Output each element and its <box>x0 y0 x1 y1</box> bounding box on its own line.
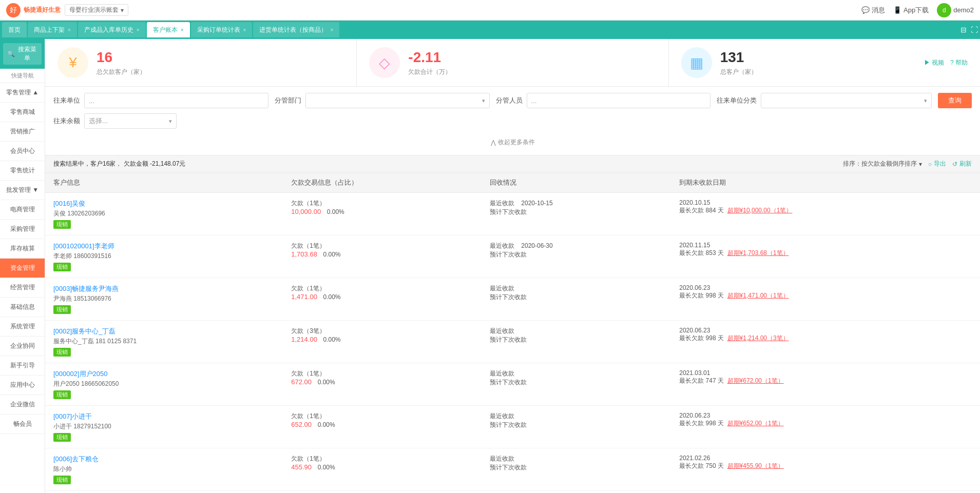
cell-debt-6: 欠款（1笔） 455.90 0.00% <box>283 448 482 491</box>
search-menu-button[interactable]: 🔍 搜索菜单 <box>3 43 42 65</box>
search-button[interactable]: 查询 <box>938 93 972 108</box>
user-menu[interactable]: d demo2 <box>937 3 974 17</box>
balance-select[interactable]: 选择... ▾ <box>84 113 177 129</box>
tab-home[interactable]: 首页 <box>2 22 27 37</box>
tab-product-shelf[interactable]: 商品上下架 × <box>28 22 77 37</box>
tab-incoming-stats-close[interactable]: × <box>330 27 333 33</box>
stat-value-total: 131 <box>720 49 916 66</box>
tab-purchase-order[interactable]: 采购订单统计表 × <box>191 22 253 37</box>
overdue-link-5[interactable]: 超期¥652.00（1笔） <box>727 420 784 427</box>
app-download-button[interactable]: 📱 App下载 <box>893 6 929 15</box>
person-placeholder: ... <box>531 97 537 105</box>
customer-id-0[interactable]: [0016]吴俊 <box>53 199 275 208</box>
tab-production-history-close[interactable]: × <box>137 27 140 33</box>
sidebar-item-retail-mgmt[interactable]: 零售管理 ▲ <box>0 83 45 103</box>
help-button[interactable]: ? 帮助 <box>950 58 968 67</box>
sidebar-quick-nav[interactable]: 快捷导航 <box>0 69 45 83</box>
cell-customer-6: [0006]去下粮仓 陈小帅 现销 <box>45 448 283 491</box>
customer-contact-3: 服务中心_丁磊 181 0125 8371 <box>53 337 275 346</box>
sidebar-item-app-center[interactable]: 应用中心 <box>0 376 45 395</box>
overdue-link-3[interactable]: 超期¥1,214.00（3笔） <box>727 334 789 342</box>
top-bar: 好 畅捷通好生意 母婴行业演示账套 ▾ 💬 消息 📱 App下载 d demo2 <box>0 0 980 21</box>
filter-balance: 往来余额 选择... ▾ <box>53 113 972 129</box>
export-icon: ○ <box>928 161 932 168</box>
overdue-link-2[interactable]: 超期¥1,471.00（1笔） <box>727 292 789 299</box>
supplier-input[interactable]: ... <box>84 93 268 108</box>
tab-fullscreen-icon[interactable]: ⛶ <box>971 26 978 34</box>
app-center-label: 应用中心 <box>2 381 43 389</box>
overdue-days-4: 最长欠款 747 天 超期¥672.00（1笔） <box>679 377 972 385</box>
tab-customer-account-close[interactable]: × <box>181 27 184 33</box>
username: demo2 <box>953 6 974 14</box>
debt-label-0: 欠款（1笔） <box>291 199 473 208</box>
industry-selector[interactable]: 母婴行业演示账套 ▾ <box>65 4 128 16</box>
tab-minimize-icon[interactable]: ⊟ <box>960 26 967 34</box>
category-select[interactable]: ▾ <box>761 93 932 108</box>
message-button[interactable]: 💬 消息 <box>861 6 885 15</box>
sort-button[interactable]: 排序：按欠款金额倒序排序 ▾ <box>843 160 922 168</box>
sidebar-item-operations-mgmt[interactable]: 经营管理 <box>0 278 45 298</box>
retail-stats-label: 零售统计 <box>2 166 43 175</box>
tab-product-shelf-close[interactable]: × <box>68 27 71 33</box>
tab-incoming-stats[interactable]: 进货单统计表（按商品） × <box>253 22 339 37</box>
cell-customer-4: [000002]用户2050 用户2050 18665062050 现销 <box>45 363 283 406</box>
sidebar-item-purchase-mgmt[interactable]: 采购管理 <box>0 220 45 239</box>
overdue-link-6[interactable]: 超期¥455.90（1笔） <box>727 462 784 469</box>
recent-payment-6: 最近收款 <box>490 455 663 463</box>
debt-percent-4: 0.00% <box>318 379 335 386</box>
customer-contact-0: 吴俊 13026203696 <box>53 209 275 218</box>
sidebar-item-batch-mgmt[interactable]: 批发管理 ▼ <box>0 181 45 200</box>
export-button[interactable]: ○ 导出 <box>928 160 946 168</box>
dept-select[interactable]: ▾ <box>305 93 490 108</box>
cell-customer-0: [0016]吴俊 吴俊 13026203696 现销 <box>45 193 283 235</box>
sidebar-item-membership[interactable]: 会员中心 <box>0 142 45 161</box>
sidebar-item-vip-member[interactable]: 畅会员 <box>0 415 45 434</box>
refresh-button[interactable]: ↺ 刷新 <box>952 160 972 168</box>
collapse-button[interactable]: ⋀ 收起更多条件 <box>53 136 972 149</box>
search-icon: 🔍 <box>7 50 15 57</box>
sidebar-item-enterprise-collab[interactable]: 企业协同 <box>0 337 45 356</box>
customer-id-6[interactable]: [0006]去下粮仓 <box>53 455 275 464</box>
brand-name: 畅捷通好生意 <box>24 6 61 14</box>
main-layout: 🔍 搜索菜单 快捷导航 零售管理 ▲ 零售商城 营销推广 会员中心 零售统计 <box>0 39 980 493</box>
content-area: ¥ 16 总欠款客户（家） ◇ -2.11 欠款合计（万） ▦ 131 总客户（… <box>45 39 980 493</box>
video-button[interactable]: ▶ 视频 <box>924 58 944 67</box>
sidebar-item-retail-mall[interactable]: 零售商城 <box>0 103 45 122</box>
new-guide-label: 新手引导 <box>2 361 43 370</box>
customer-id-4[interactable]: [000002]用户2050 <box>53 369 275 379</box>
customer-id-2[interactable]: [0003]畅捷服务尹海燕 <box>53 284 275 293</box>
sidebar-item-capital-mgmt[interactable]: 资金管理 <box>0 259 45 278</box>
tab-purchase-order-close[interactable]: × <box>243 27 246 33</box>
customer-table: 客户信息 欠款交易信息（占比） 回收情况 到期未收款日期 [0016]吴俊 吴俊… <box>45 173 980 493</box>
sidebar-item-system-mgmt[interactable]: 系统管理 <box>0 317 45 337</box>
sidebar-item-enterprise-wechat[interactable]: 企业微信 <box>0 395 45 415</box>
stat-value-debt: -2.11 <box>408 49 656 66</box>
cell-recovery-3: 最近收款 预计下次收款 <box>482 321 671 363</box>
cell-recovery-0: 最近收款 2020-10-15 预计下次收款 <box>482 193 671 235</box>
sidebar-item-ecom-mgmt[interactable]: 电商管理 <box>0 200 45 220</box>
person-input[interactable]: ... <box>527 93 711 108</box>
balance-placeholder: 选择... <box>89 116 108 126</box>
overdue-link-0[interactable]: 超期¥10,000.00（1笔） <box>727 207 793 214</box>
filter-area: 往来单位 ... 分管部门 ▾ 分管人员 ... <box>45 87 980 155</box>
sidebar-item-new-guide[interactable]: 新手引导 <box>0 356 45 376</box>
sidebar-item-inventory[interactable]: 库存核算 <box>0 239 45 259</box>
results-summary: 搜索结果中，客户16家 <box>53 160 116 167</box>
debt-label-5: 欠款（1笔） <box>291 412 473 421</box>
logo-icon: 好 <box>6 3 21 17</box>
sidebar-item-retail-stats[interactable]: 零售统计 <box>0 161 45 181</box>
customer-id-3[interactable]: [0002]服务中心_丁磊 <box>53 327 275 336</box>
sidebar-item-basic-info[interactable]: 基础信息 <box>0 298 45 317</box>
stat-card-debt: ◇ -2.11 欠款合计（万） <box>357 39 668 86</box>
customer-id-5[interactable]: [0007]小进干 <box>53 412 275 421</box>
customer-id-1[interactable]: [0001020001]李老师 <box>53 242 275 251</box>
stat-label-customers: 总欠款客户（家） <box>97 68 344 76</box>
cell-debt-1: 欠款（1笔） 1,703.68 0.00% <box>283 235 482 278</box>
refresh-label: 刷新 <box>959 160 972 168</box>
overdue-link-1[interactable]: 超期¥1,703.68（1笔） <box>727 249 789 257</box>
tab-customer-account[interactable]: 客户账本 × <box>147 22 190 37</box>
tab-production-history[interactable]: 产成品入库单历史 × <box>78 22 146 37</box>
sidebar-item-marketing[interactable]: 营销推广 <box>0 122 45 142</box>
overdue-link-4[interactable]: 超期¥672.00（1笔） <box>727 377 784 384</box>
table-row: [0016]吴俊 吴俊 13026203696 现销 欠款（1笔） 10,000… <box>45 193 980 235</box>
